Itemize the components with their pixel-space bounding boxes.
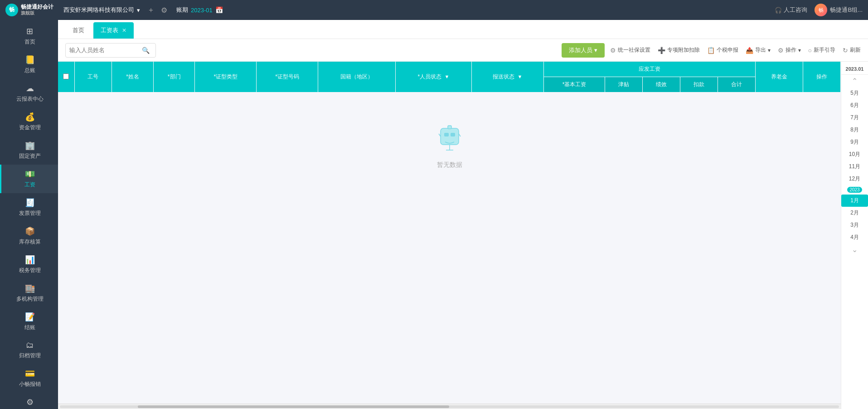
month-2022-8[interactable]: 8月 (841, 124, 868, 136)
th-performance: 绩效 (643, 77, 680, 93)
month-2022-9[interactable]: 9月 (841, 136, 868, 148)
th-salary-group: 应发工资 (543, 62, 755, 77)
sidebar-item-invoice[interactable]: 🧾 发票管理 (0, 193, 58, 222)
table-area: 工号 *姓名 *部门 *证型类型 *证型号码 国籍（地区） *人员状态 ▼ (58, 62, 868, 409)
operations-icon: ⚙ (778, 47, 784, 54)
user-name: 畅捷通B组... (830, 6, 863, 14)
add-person-label: 添加人员 (569, 46, 592, 54)
sidebar-item-label: 小畅报销 (19, 380, 41, 388)
toolbar-actions: ⚙ 统一社保设置 ➕ 专项附加扣除 📋 个税申报 📤 导出 ▾ ⚙ (610, 46, 861, 54)
status-filter-icon[interactable]: ▼ (445, 74, 450, 79)
th-status: *人员状态 ▼ (396, 62, 471, 92)
sidebar-item-salary[interactable]: 💵 工资 (0, 165, 58, 193)
operations-button[interactable]: ⚙ 操作 ▾ (778, 46, 801, 54)
scroll-up-arrow[interactable]: ⌃ (850, 75, 859, 87)
app-edition: 旗舰版 (21, 10, 53, 16)
sidebar-item-label: 工资 (24, 181, 35, 189)
scrollbar-thumb[interactable] (138, 405, 450, 408)
empty-icon (432, 119, 468, 156)
month-2022-6[interactable]: 6月 (841, 99, 868, 112)
home-icon: ⊞ (26, 26, 33, 36)
refresh-button[interactable]: ↻ 刷新 (843, 46, 861, 54)
tax-icon: 📊 (25, 255, 35, 265)
settings-icon[interactable]: ⚙ (161, 6, 167, 15)
fixed-assets-icon: 🏢 (25, 141, 35, 151)
salary-icon: 💵 (25, 169, 35, 179)
svg-rect-3 (448, 126, 451, 129)
sidebar-item-label: 税务管理 (19, 267, 41, 274)
month-2022-7[interactable]: 7月 (841, 112, 868, 124)
multi-org-icon: 🏬 (25, 283, 35, 293)
month-2023-3[interactable]: 3月 (841, 219, 868, 231)
sidebar-item-inventory[interactable]: 📦 库存核算 (0, 222, 58, 250)
sidebar-item-ledger[interactable]: 📒 总账 (0, 50, 58, 79)
guide-circle-icon: ○ (808, 47, 812, 54)
month-2023-4[interactable]: 4月 (841, 231, 868, 243)
scroll-down-arrow[interactable]: ⌄ (850, 243, 859, 256)
add-icon[interactable]: ＋ (147, 5, 155, 15)
company-dropdown-icon[interactable]: ▾ (137, 7, 140, 14)
sidebar-item-close[interactable]: 📝 结账 (0, 307, 58, 336)
sidebar-item-cloud-report[interactable]: ☁ 云报表中心 (0, 79, 58, 107)
period-label: 账期 (176, 6, 188, 14)
export-icon: 📤 (746, 47, 753, 54)
calendar-icon[interactable]: 📅 (215, 6, 223, 14)
sidebar-item-label: 固定资产 (19, 152, 41, 160)
topbar-actions: ＋ ⚙ (147, 5, 167, 15)
sidebar-item-expense[interactable]: 💳 小畅报销 (0, 364, 58, 393)
th-country: 国籍（地区） (318, 62, 395, 92)
sidebar-item-label: 库存核算 (19, 238, 41, 246)
inventory-icon: 📦 (25, 226, 35, 236)
guide-button[interactable]: ○ 新手引导 (808, 46, 835, 54)
empty-state: 暂无数据 (58, 92, 841, 196)
tab-salary-close[interactable]: ✕ (122, 27, 126, 34)
period-selector[interactable]: 账期 2023-01 📅 (176, 6, 223, 14)
special-deduction-icon: ➕ (658, 47, 665, 54)
add-person-dropdown-icon: ▾ (594, 47, 597, 54)
month-2022-5[interactable]: 5月 (841, 87, 868, 99)
month-2023-2[interactable]: 2月 (841, 207, 868, 219)
user-button[interactable]: 畅 畅捷通B组... (815, 4, 863, 16)
export-button[interactable]: 📤 导出 ▾ (746, 46, 771, 54)
tax-report-button[interactable]: 📋 个税申报 (707, 46, 738, 54)
salary-table: 工号 *姓名 *部门 *证型类型 *证型号码 国籍（地区） *人员状态 ▼ (58, 62, 841, 92)
company-selector[interactable]: 西安虾米网络科技有限公司 ▾ (63, 6, 140, 14)
th-dept: *部门 (153, 62, 195, 92)
report-filter-icon[interactable]: ▼ (517, 74, 522, 79)
tab-home-label: 首页 (73, 26, 84, 34)
social-settings-button[interactable]: ⚙ 统一社保设置 (610, 46, 650, 54)
sidebar-item-fund[interactable]: 💰 资金管理 (0, 107, 58, 136)
sidebar-item-label: 归档管理 (19, 352, 41, 360)
scrollbar-track[interactable] (60, 405, 839, 408)
month-2022-10[interactable]: 10月 (841, 148, 868, 161)
th-id: 工号 (74, 62, 112, 92)
svg-rect-0 (441, 128, 459, 145)
svg-rect-2 (451, 133, 455, 136)
sidebar-item-fixed-assets[interactable]: 🏢 固定资产 (0, 136, 58, 165)
month-2023-1[interactable]: 1月 (841, 195, 868, 207)
th-subsidy: 津贴 (605, 77, 643, 93)
sidebar-item-home[interactable]: ⊞ 首页 (0, 22, 58, 50)
sidebar-item-label: 云报表中心 (16, 95, 44, 103)
sidebar-item-tax[interactable]: 📊 税务管理 (0, 250, 58, 279)
help-button[interactable]: 🎧 人工咨询 (775, 6, 807, 14)
sidebar-item-archive[interactable]: 🗂 归档管理 (0, 336, 58, 364)
month-2022-12[interactable]: 12月 (841, 173, 868, 185)
horizontal-scrollbar[interactable] (58, 404, 841, 409)
month-2022-11[interactable]: 11月 (841, 161, 868, 173)
sidebar-item-label: 首页 (24, 38, 35, 46)
th-checkbox[interactable] (58, 62, 74, 92)
tab-home[interactable]: 首页 (65, 22, 92, 39)
sidebar-item-settings[interactable]: ⚙ 基础设置 (0, 393, 58, 409)
tab-salary[interactable]: 工资表 ✕ (93, 22, 134, 39)
special-deduction-button[interactable]: ➕ 专项附加扣除 (658, 46, 700, 54)
search-input[interactable] (69, 47, 142, 54)
main-layout: ⊞ 首页 📒 总账 ☁ 云报表中心 💰 资金管理 🏢 固定资产 💵 工资 🧾 发… (0, 20, 868, 409)
sidebar-item-label: 结账 (24, 324, 35, 331)
toolbar: 🔍 添加人员 ▾ ⚙ 统一社保设置 ➕ 专项附加扣除 📋 个税申报 (58, 39, 868, 62)
sidebar-item-multi-org[interactable]: 🏬 多机构管理 (0, 279, 58, 307)
refresh-label: 刷新 (850, 46, 861, 54)
add-person-button[interactable]: 添加人员 ▾ (562, 43, 605, 58)
sidebar-item-label: 资金管理 (19, 124, 41, 131)
select-all-checkbox[interactable] (63, 73, 69, 79)
